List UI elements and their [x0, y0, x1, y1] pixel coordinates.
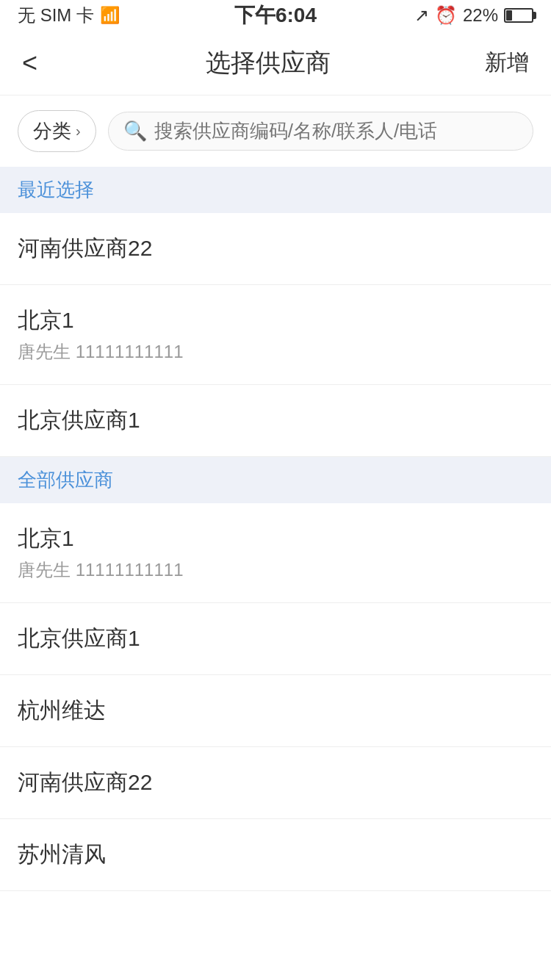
item-name: 北京供应商1 — [18, 624, 533, 654]
wifi-icon: 📶 — [100, 6, 120, 25]
new-action-button[interactable]: 新增 — [470, 48, 529, 78]
status-right: ↗ ⏰ 22% — [414, 5, 533, 26]
list-item[interactable]: 北京1唐先生 11111111111 — [0, 285, 551, 385]
supplier-list: 最近选择河南供应商22北京1唐先生 11111111111北京供应商1全部供应商… — [0, 167, 551, 891]
section-header-recent: 最近选择 — [0, 167, 551, 213]
alarm-icon: ⏰ — [435, 5, 457, 26]
category-label: 分类 — [33, 118, 71, 144]
status-left: 无 SIM 卡 📶 — [18, 4, 120, 27]
search-box[interactable]: 🔍 — [108, 112, 533, 151]
item-name: 河南供应商22 — [18, 234, 533, 264]
list-item[interactable]: 苏州清风 — [0, 819, 551, 891]
no-sim-label: 无 SIM 卡 — [18, 4, 94, 27]
chevron-right-icon: › — [76, 123, 81, 140]
location-icon: ↗ — [414, 5, 429, 26]
item-name: 北京1 — [18, 306, 533, 336]
item-sub: 唐先生 11111111111 — [18, 340, 533, 364]
item-name: 苏州清风 — [18, 840, 533, 870]
search-input[interactable] — [154, 120, 518, 143]
back-button[interactable]: < — [22, 48, 66, 79]
item-name: 杭州维达 — [18, 696, 533, 726]
search-icon: 🔍 — [123, 120, 147, 143]
item-name: 北京1 — [18, 524, 533, 554]
filter-bar: 分类 › 🔍 — [0, 96, 551, 167]
list-item[interactable]: 北京供应商1 — [0, 603, 551, 675]
list-item[interactable]: 北京1唐先生 11111111111 — [0, 503, 551, 603]
status-time: 下午6:04 — [234, 1, 317, 29]
list-item[interactable]: 河南供应商22 — [0, 213, 551, 285]
nav-bar: < 选择供应商 新增 — [0, 31, 551, 96]
item-name: 河南供应商22 — [18, 768, 533, 798]
list-item[interactable]: 杭州维达 — [0, 675, 551, 747]
list-item[interactable]: 北京供应商1 — [0, 385, 551, 457]
status-bar: 无 SIM 卡 📶 下午6:04 ↗ ⏰ 22% — [0, 0, 551, 31]
item-sub: 唐先生 11111111111 — [18, 558, 533, 582]
category-button[interactable]: 分类 › — [18, 110, 96, 152]
page-title: 选择供应商 — [66, 46, 470, 80]
item-name: 北京供应商1 — [18, 406, 533, 436]
list-item[interactable]: 河南供应商22 — [0, 747, 551, 819]
battery-icon — [504, 8, 533, 23]
battery-percent: 22% — [463, 5, 498, 26]
section-header-all: 全部供应商 — [0, 457, 551, 503]
